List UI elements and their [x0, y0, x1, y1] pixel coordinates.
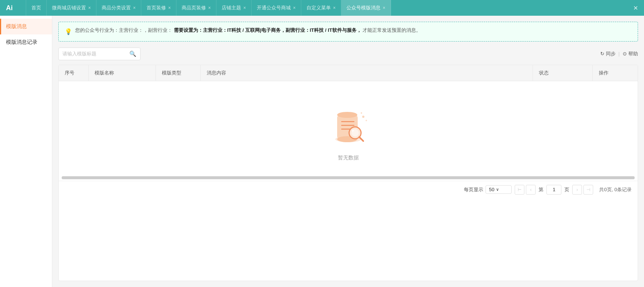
search-icon[interactable]: 🔍 — [129, 51, 136, 57]
sidebar-item-template-message[interactable]: 模版消息 — [0, 19, 52, 34]
table-container: 序号模版名称模版类型消息内容状态操作 — [58, 65, 638, 281]
page-number-input[interactable] — [546, 185, 561, 195]
table-header-0: 序号 — [59, 65, 89, 81]
top-navigation: Ai 首页微商城店铺设置×商品分类设置×首页装修×商品页装修×店铺主题×开通公众… — [0, 0, 644, 16]
scrollbar-thumb — [62, 176, 635, 179]
sync-label: 同步 — [606, 51, 616, 57]
help-icon: ⊙ — [623, 51, 627, 57]
empty-text: 暂无数据 — [338, 155, 359, 161]
brand-logo: Ai — [0, 0, 26, 16]
toolbar-row: 🔍 ↻ 同步 | ⊙ 帮助 — [58, 48, 638, 60]
horizontal-scrollbar[interactable] — [62, 176, 635, 179]
tab-close-templatemsg[interactable]: × — [383, 5, 385, 10]
notice-text: 您的公众号行业为：主营行业：，副营行业： 需要设置为：主营行业：IT科技 / 互… — [75, 27, 421, 34]
tab-close-category[interactable]: × — [133, 5, 136, 10]
toolbar-divider: | — [619, 51, 620, 57]
empty-illustration — [326, 104, 371, 149]
page-size-dropdown[interactable]: 50 ∨ — [486, 185, 512, 194]
pagination-row: 每页显示 50 ∨ ⊢ ‹ 第 页 › ⊣ 共0页, 0条记录 — [59, 181, 638, 198]
notice-icon: 💡 — [65, 27, 72, 37]
tab-close-custommenu[interactable]: × — [333, 5, 336, 10]
tab-templatemsg[interactable]: 公众号模版消息× — [341, 0, 391, 16]
next-page-button[interactable]: › — [572, 185, 582, 195]
close-all-button[interactable]: ✕ — [627, 0, 644, 16]
tab-close-weshop[interactable]: × — [88, 5, 91, 10]
sidebar-items: 模版消息模版消息记录 — [0, 19, 52, 50]
tab-close-theme[interactable]: × — [243, 5, 246, 10]
notice-banner: 💡 您的公众号行业为：主营行业：，副营行业： 需要设置为：主营行业：IT科技 /… — [58, 22, 638, 42]
tab-label-theme: 店铺主题 — [222, 4, 241, 11]
sync-button[interactable]: ↻ 同步 — [600, 51, 616, 57]
tab-weshop[interactable]: 微商城店铺设置× — [47, 0, 96, 16]
tab-mall[interactable]: 开通公众号商城× — [252, 0, 301, 16]
tab-label-homepage: 首页装修 — [147, 4, 166, 11]
content-area: 💡 您的公众号行业为：主营行业：，副营行业： 需要设置为：主营行业：IT科技 /… — [52, 16, 644, 287]
tab-label-productpage: 商品页装修 — [182, 4, 206, 11]
tab-close-productpage[interactable]: × — [208, 5, 211, 10]
page-total: 共0页, 0条记录 — [599, 186, 632, 193]
tab-close-homepage[interactable]: × — [168, 5, 171, 10]
svg-point-10 — [352, 129, 354, 132]
page-size-value: 50 — [489, 187, 494, 192]
tab-label-templatemsg: 公众号模版消息 — [346, 4, 380, 11]
page-word: 第 — [539, 186, 543, 193]
tab-productpage[interactable]: 商品页装修× — [176, 0, 216, 16]
svg-point-11 — [362, 116, 364, 118]
svg-point-13 — [361, 112, 362, 114]
table-header-3: 消息内容 — [201, 65, 533, 81]
search-input[interactable] — [62, 51, 129, 57]
notice-suffix: 才能正常发送预置的消息。 — [363, 27, 421, 33]
sync-icon: ↻ — [600, 51, 604, 57]
sidebar-item-template-record[interactable]: 模版消息记录 — [0, 34, 52, 50]
tab-label-weshop: 微商城店铺设置 — [52, 4, 86, 11]
page-size-label: 每页显示 — [464, 186, 483, 193]
notice-prefix: 您的公众号行业为：主营行业：，副营行业： — [75, 27, 172, 33]
page-end: 页 — [564, 186, 569, 193]
sidebar: 模版消息模版消息记录 — [0, 16, 52, 287]
help-label: 帮助 — [628, 51, 638, 57]
chevron-down-icon: ∨ — [496, 187, 499, 192]
tab-homepage[interactable]: 首页装修× — [141, 0, 176, 16]
svg-point-12 — [366, 120, 367, 121]
prev-page-button[interactable]: ‹ — [526, 185, 536, 195]
tab-close-mall[interactable]: × — [293, 5, 296, 10]
toolbar-right: ↻ 同步 | ⊙ 帮助 — [600, 51, 638, 57]
table-header-5: 操作 — [593, 65, 638, 81]
table-header-1: 模版名称 — [89, 65, 156, 81]
tab-home[interactable]: 首页 — [26, 0, 47, 16]
tab-label-mall: 开通公众号商城 — [257, 4, 291, 11]
tab-category[interactable]: 商品分类设置× — [96, 0, 141, 16]
empty-state: 暂无数据 — [59, 81, 638, 176]
tab-theme[interactable]: 店铺主题× — [216, 0, 252, 16]
tab-custommenu[interactable]: 自定义菜单× — [301, 0, 341, 16]
tab-label-home: 首页 — [31, 4, 41, 11]
brand-text: Ai — [6, 4, 13, 12]
notice-highlight: 需要设置为：主营行业：IT科技 / 互联网|电子商务，副营行业：IT科技 / I… — [174, 27, 361, 33]
tabs-container: 首页微商城店铺设置×商品分类设置×首页装修×商品页装修×店铺主题×开通公众号商城… — [26, 0, 627, 16]
table-header-4: 状态 — [533, 65, 593, 81]
page-navigation: ⊢ ‹ 第 页 › ⊣ — [515, 185, 593, 195]
table-header: 序号模版名称模版类型消息内容状态操作 — [59, 65, 638, 81]
last-page-button[interactable]: ⊣ — [583, 185, 593, 195]
page-size-select: 每页显示 50 ∨ — [464, 185, 512, 194]
table-header-2: 模版类型 — [156, 65, 201, 81]
tab-label-custommenu: 自定义菜单 — [306, 4, 331, 11]
search-box: 🔍 — [58, 48, 141, 60]
first-page-button[interactable]: ⊢ — [515, 185, 524, 195]
help-button[interactable]: ⊙ 帮助 — [623, 51, 638, 57]
main-layout: 模版消息模版消息记录 💡 您的公众号行业为：主营行业：，副营行业： 需要设置为：… — [0, 16, 644, 287]
svg-point-2 — [337, 112, 357, 118]
tab-label-category: 商品分类设置 — [102, 4, 131, 11]
